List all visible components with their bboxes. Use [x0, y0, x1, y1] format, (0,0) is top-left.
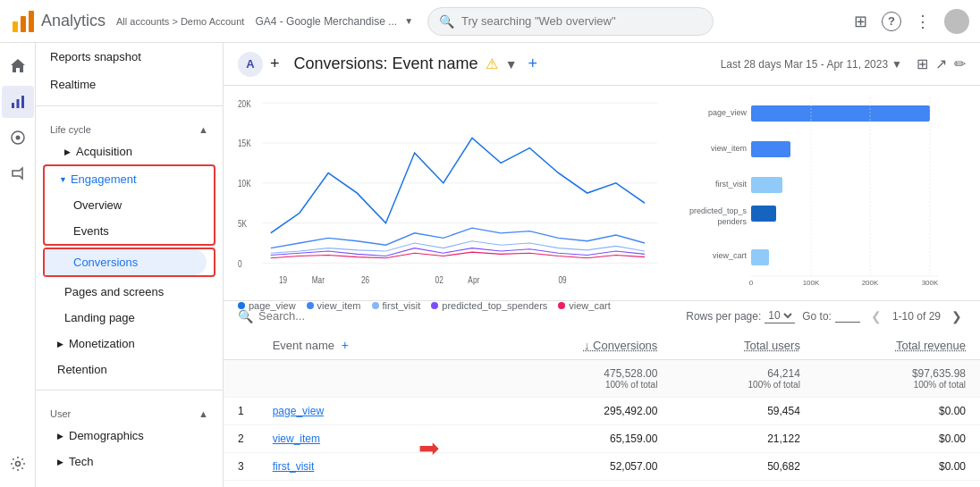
avatar[interactable] [944, 9, 969, 34]
demographics-expand-icon: ▶ [57, 432, 63, 441]
legend-dot-view-cart [558, 302, 565, 309]
svg-text:09: 09 [559, 275, 567, 285]
property-dropdown-icon[interactable]: ▼ [404, 16, 413, 26]
row4-users: 23,344 [672, 481, 815, 488]
svg-text:100K: 100K [803, 279, 820, 287]
sidebar-events[interactable]: Events [45, 218, 214, 244]
sidebar-lifecycle-header[interactable]: Life cycle ▲ [36, 113, 223, 139]
search-input[interactable] [461, 14, 702, 28]
title-dropdown-icon[interactable]: ▼ [505, 57, 518, 71]
row2-conversions: 65,159.00 [500, 425, 672, 453]
totals-row: 475,528.00 100% of total 64,214 100% of … [224, 360, 980, 398]
nav-home[interactable] [2, 50, 34, 82]
row2-revenue: $0.00 [815, 425, 980, 453]
legend-first-visit: first_visit [372, 300, 421, 311]
row4-revenue: $0.00 [815, 481, 980, 488]
customize-icon[interactable]: ✏ [954, 55, 966, 72]
col-event-name[interactable]: Event name + [258, 331, 500, 360]
svg-text:first_visit: first_visit [715, 180, 748, 189]
line-chart-container: 20K 15K 10K 5K 0 19 Mar 26 02 Apr [238, 93, 665, 293]
property-name[interactable]: GA4 - Google Merchandise ... [255, 15, 397, 28]
sidebar-conversions[interactable]: Conversions [45, 249, 207, 275]
table-header-row: Event name + ↓ Conversions Total users T… [224, 331, 980, 360]
page-prev-icon[interactable]: ❮ [867, 309, 885, 323]
sidebar-retention[interactable]: Retention [36, 357, 223, 382]
row1-users: 59,454 [672, 398, 815, 425]
monetization-expand-icon: ▶ [57, 340, 63, 348]
table-row: 2 view_item 65,159.00 21,122 $0.00 [224, 425, 980, 453]
sidebar-user-header[interactable]: User ▲ [36, 398, 223, 423]
row1-event[interactable]: page_view [258, 398, 500, 425]
logo-area: Analytics [11, 9, 106, 34]
row3-event[interactable]: first_visit [258, 453, 500, 481]
svg-text:page_view: page_view [708, 108, 748, 117]
nav-reports[interactable] [2, 86, 34, 118]
more-options-icon[interactable]: ⋮ [912, 11, 934, 32]
sidebar-demographics[interactable]: ▶ Demographics [36, 423, 223, 449]
table-header: Event name + ↓ Conversions Total users T… [224, 331, 980, 360]
totals-event [258, 360, 500, 398]
top-bar: Analytics All accounts > Demo Account GA… [0, 0, 980, 43]
table-row: 4 predicted_top_spenders 42,190.00 23,34… [224, 481, 980, 488]
col-conversions[interactable]: ↓ Conversions [500, 331, 672, 360]
add-metric-btn[interactable]: + [528, 55, 537, 73]
help-icon[interactable]: ? [882, 12, 901, 31]
table-wrapper: ➡ Event name + ↓ Conversions Tot [224, 331, 980, 487]
main-layout: Reports snapshot Realtime Life cycle ▲ ▶… [0, 43, 980, 487]
arrow-icon: ➡ [418, 436, 439, 461]
legend-predicted: predicted_top_spenders [431, 300, 547, 311]
goto-input[interactable]: 1 [835, 309, 860, 323]
compare-icon[interactable]: ⊞ [917, 55, 928, 72]
col-total-revenue[interactable]: Total revenue [815, 331, 980, 360]
content-area: A + Conversions: Event name ⚠ ▼ + Last 2… [224, 43, 980, 487]
sidebar-engagement[interactable]: ▼ Engagement [45, 166, 214, 192]
goto-page: Go to: 1 [802, 309, 860, 323]
share-icon[interactable]: ↗ [935, 55, 947, 72]
svg-text:200K: 200K [862, 279, 879, 287]
svg-rect-34 [751, 206, 776, 222]
add-column-btn[interactable]: + [342, 338, 349, 352]
row3-num: 3 [224, 453, 258, 481]
sidebar-acquisition[interactable]: ▶ Acquisition [36, 139, 223, 164]
divider-2 [36, 390, 223, 390]
row2-event[interactable]: view_item [258, 425, 500, 453]
analytics-logo [11, 9, 36, 34]
row1-num: 1 [224, 398, 258, 425]
sidebar-overview[interactable]: Overview [45, 192, 214, 218]
svg-rect-5 [21, 96, 24, 108]
col-num [224, 331, 258, 360]
breadcrumb: All accounts > Demo Account [116, 16, 244, 27]
rows-per-page-select[interactable]: 10 25 50 [765, 308, 795, 323]
totals-num [224, 360, 258, 398]
sidebar-landing-page[interactable]: Landing page [36, 305, 223, 331]
totals-revenue: $97,635.98 100% of total [815, 360, 980, 398]
add-comparison-btn[interactable]: + [270, 55, 280, 73]
sidebar-reports-snapshot[interactable]: Reports snapshot [36, 43, 223, 71]
svg-rect-32 [751, 141, 790, 157]
page-next-icon[interactable]: ❯ [948, 309, 966, 323]
svg-text:26: 26 [361, 275, 369, 285]
nav-advertising[interactable] [2, 157, 34, 189]
date-range-dropdown-icon: ▼ [891, 58, 902, 71]
sidebar-monetization[interactable]: ▶ Monetization [36, 331, 223, 357]
sidebar-pages-screens[interactable]: Pages and screens [36, 279, 223, 305]
legend-dot-first-visit [372, 302, 379, 309]
row4-event[interactable]: predicted_top_spenders [258, 481, 500, 488]
nav-explore[interactable] [2, 122, 34, 154]
sidebar-tech[interactable]: ▶ Tech [36, 449, 223, 474]
sidebar-realtime[interactable]: Realtime [36, 71, 223, 98]
svg-rect-1 [21, 16, 26, 32]
svg-text:02: 02 [435, 275, 444, 285]
svg-rect-33 [751, 177, 782, 193]
svg-text:view_cart: view_cart [713, 251, 748, 260]
apps-icon[interactable]: ⊞ [849, 11, 871, 32]
date-range-picker[interactable]: Last 28 days Mar 15 - Apr 11, 2023 ▼ [721, 58, 902, 71]
totals-users: 64,214 100% of total [672, 360, 815, 398]
chart-area: 20K 15K 10K 5K 0 19 Mar 26 02 Apr [224, 86, 980, 300]
search-bar[interactable]: 🔍 [427, 7, 714, 36]
col-total-users[interactable]: Total users [672, 331, 815, 360]
row4-num: 4 [224, 481, 258, 488]
nav-settings[interactable] [2, 448, 34, 480]
rows-per-page: Rows per page: 10 25 50 [686, 308, 795, 323]
svg-text:5K: 5K [238, 219, 248, 229]
